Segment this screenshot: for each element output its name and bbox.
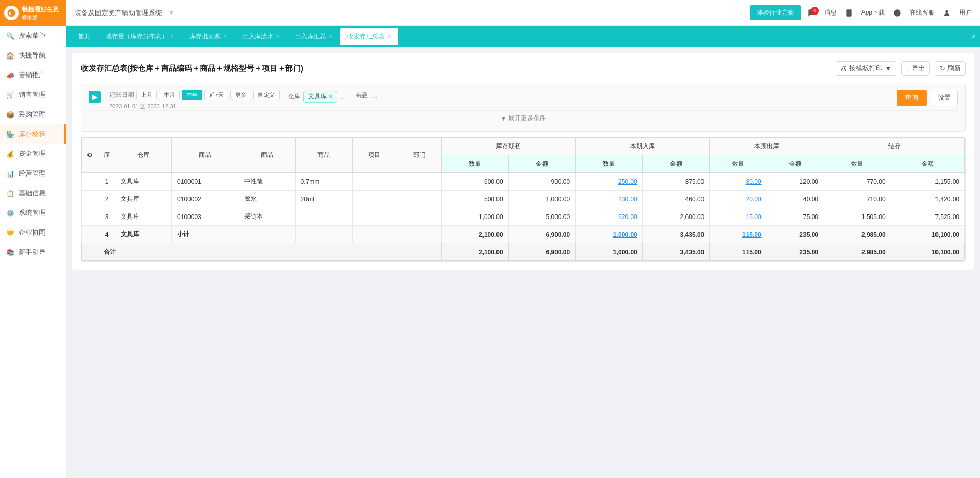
- row2-close-qty: 710.00: [824, 191, 891, 208]
- logo-icon: 6: [4, 6, 19, 20]
- row1-open-amt: 900.00: [508, 173, 576, 191]
- sidebar-item-guide[interactable]: 📚 新手引导: [0, 242, 66, 262]
- online-service-label[interactable]: 在线客服: [910, 8, 934, 17]
- filter-bar: ▶ 记账日期 上月 本月 本年 近7天 更多 自定义 2023-01-01 至 …: [81, 84, 966, 132]
- row3-out-qty[interactable]: 15.00: [710, 208, 767, 226]
- page-card: 收发存汇总表(按仓库＋商品编码＋商品＋规格型号＋项目＋部门) 🖨 按模板打印 ▼…: [72, 53, 974, 270]
- col-out-amt-header: 金额: [767, 155, 824, 173]
- tab-inventory-dist[interactable]: 现存量（库存分布表） ×: [98, 28, 181, 45]
- tab-bar-close-btn[interactable]: ×: [972, 32, 976, 40]
- data-table: ⚙ 序 仓库 商品 商品: [81, 137, 965, 261]
- sidebar-item-search[interactable]: 🔍 搜索菜单: [0, 26, 66, 46]
- tab-flow[interactable]: 出入库流水 ×: [235, 28, 287, 45]
- row1-out-qty[interactable]: 80.00: [710, 173, 767, 191]
- row1-goods-spec: 0.7mm: [295, 173, 352, 191]
- experience-btn[interactable]: 体验行业方案: [750, 5, 801, 20]
- sidebar-item-quick-nav[interactable]: 🏠 快捷导航: [0, 46, 66, 65]
- row1-close-qty: 770.00: [824, 173, 891, 191]
- sidebar-item-basic[interactable]: 📋 基础信息: [0, 183, 66, 203]
- sidebar-item-purchase[interactable]: 📦 采购管理: [0, 105, 66, 124]
- online-service-icon: [893, 9, 901, 17]
- print-btn[interactable]: 🖨 按模板打印 ▼: [836, 61, 896, 76]
- system-icon: ⚙️: [6, 209, 14, 217]
- app-name: 畅捷通好生意: [22, 5, 59, 14]
- row2-no: 2: [98, 191, 115, 208]
- svg-point-0: [8, 9, 16, 17]
- row1-in-qty[interactable]: 250.00: [576, 173, 643, 191]
- row1-open-qty: 600.00: [442, 173, 509, 191]
- tab-batch[interactable]: 库存批次账 ×: [182, 28, 234, 45]
- footer-in-amt: 3,435.00: [642, 243, 710, 261]
- sidebar-item-enterprise[interactable]: 🤝 企业协同: [0, 223, 66, 242]
- col-in-amt-header: 金额: [642, 155, 710, 173]
- row2-goods-name: 胶水: [239, 191, 295, 208]
- row2-open-qty: 500.00: [442, 191, 509, 208]
- footer-out-amt: 235.00: [767, 243, 824, 261]
- tab-close-flow[interactable]: ×: [276, 34, 280, 39]
- footer-close-qty: 2,985.00: [824, 243, 891, 261]
- export-btn[interactable]: ↓ 导出: [901, 61, 930, 76]
- warehouse-ellipsis[interactable]: ...: [340, 92, 347, 102]
- row1-goods-code: 0100001: [172, 173, 239, 191]
- row2-in-qty[interactable]: 230.00: [576, 191, 643, 208]
- tab-receive-send[interactable]: 收发存汇总表 ×: [340, 28, 398, 45]
- svg-text:6: 6: [9, 11, 11, 16]
- tab-close-summary[interactable]: ×: [329, 34, 332, 39]
- col-open-amt-header: 金额: [508, 155, 576, 173]
- svg-point-4: [894, 9, 900, 16]
- date-btn-this-year[interactable]: 本年: [182, 90, 202, 100]
- date-btn-this-month[interactable]: 本月: [159, 90, 180, 100]
- date-btn-custom[interactable]: 自定义: [253, 90, 280, 100]
- tab-home[interactable]: 首页: [70, 28, 97, 45]
- user-label[interactable]: 用户: [959, 8, 972, 17]
- row3-open-qty: 1,000.00: [442, 208, 509, 226]
- export-icon: ↓: [906, 65, 910, 73]
- sidebar-item-system[interactable]: ⚙️ 系统管理: [0, 203, 66, 223]
- warehouse-filter: 仓库 文具库 × ...: [288, 91, 347, 103]
- col-group-opening: 库存期初: [442, 138, 576, 155]
- row1-in-amt: 375.00: [642, 173, 710, 191]
- subtotal-in-qty[interactable]: 1,000.00: [576, 226, 643, 243]
- date-btn-prev-month[interactable]: 上月: [136, 90, 157, 100]
- filter-toggle-btn[interactable]: ▶: [89, 91, 101, 103]
- col-goods-name-header: 商品: [239, 138, 295, 173]
- app-download-label[interactable]: App下载: [861, 8, 885, 17]
- date-btn-more[interactable]: 更多: [230, 90, 251, 100]
- tab-close-batch[interactable]: ×: [224, 34, 227, 39]
- sidebar-item-finance[interactable]: 💰 资金管理: [0, 144, 66, 164]
- col-group-in: 本期入库: [576, 138, 710, 155]
- tab-summary[interactable]: 出入库汇总 ×: [288, 28, 340, 45]
- row3-goods-name: 采访本: [239, 208, 295, 226]
- top-header-actions: 6 消息 App下载 在线客服 用户: [808, 8, 972, 17]
- tab-close-inventory-dist[interactable]: ×: [171, 34, 174, 39]
- row1-no: 1: [98, 173, 115, 191]
- inventory-icon: 🏪: [6, 130, 14, 138]
- subtotal-out-qty[interactable]: 115.00: [710, 226, 767, 243]
- app-download-icon: [845, 9, 853, 17]
- message-icon-wrap[interactable]: 6: [808, 9, 816, 17]
- row2-out-qty[interactable]: 20.00: [710, 191, 767, 208]
- row1-warehouse: 文具库: [115, 173, 172, 191]
- sidebar-item-sales[interactable]: 🛒 销售管理: [0, 85, 66, 105]
- setting-btn[interactable]: 设置: [931, 90, 958, 106]
- warehouse-tag: 文具库 ×: [303, 91, 337, 103]
- tab-close-receive-send[interactable]: ×: [388, 34, 391, 39]
- expand-more-conditions[interactable]: ▼ 展开更多条件: [89, 110, 958, 126]
- search-btn[interactable]: 查询: [897, 90, 927, 106]
- table-settings-icon[interactable]: ⚙: [87, 152, 93, 159]
- col-settings[interactable]: ⚙: [82, 138, 98, 173]
- row3-goods-code: 0100003: [172, 208, 239, 226]
- goods-ellipsis[interactable]: ...: [371, 91, 377, 100]
- sidebar-item-marketing[interactable]: 📣 营销推广: [0, 65, 66, 85]
- refresh-btn[interactable]: ↻ 刷新: [935, 61, 966, 76]
- row1-out-amt: 120.00: [767, 173, 824, 191]
- sidebar-item-operations[interactable]: 📊 经营管理: [0, 164, 66, 183]
- app-subtitle: 标准版: [22, 14, 59, 21]
- svg-point-5: [945, 10, 948, 12]
- date-btn-7days[interactable]: 近7天: [204, 90, 228, 100]
- col-warehouse-header: 仓库: [115, 138, 172, 173]
- sidebar-item-inventory[interactable]: 🏪 库存核算: [0, 124, 66, 144]
- warehouse-tag-close[interactable]: ×: [329, 93, 332, 100]
- row3-in-qty[interactable]: 520.00: [576, 208, 643, 226]
- data-table-container: ⚙ 序 仓库 商品 商品: [81, 137, 966, 262]
